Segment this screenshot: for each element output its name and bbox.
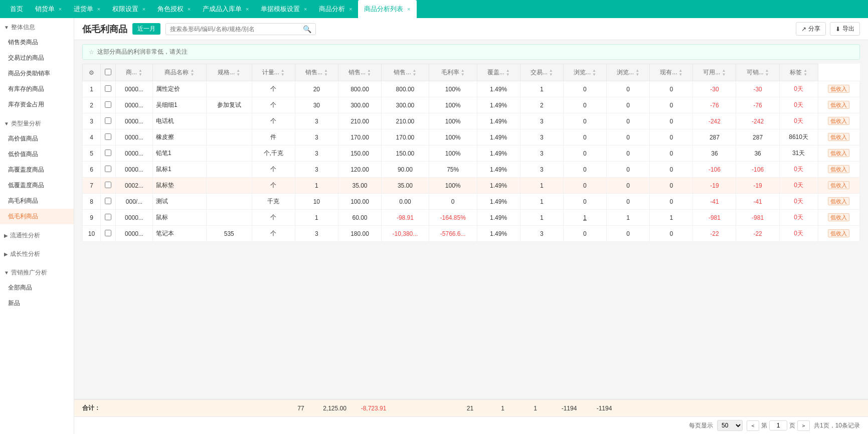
col-price[interactable]: 销售...▲▼ [338, 64, 381, 81]
cell-checkbox[interactable] [101, 226, 116, 242]
nav-item-home[interactable]: 首页 [4, 0, 29, 18]
cell-checkbox[interactable] [101, 210, 116, 226]
row-checkbox[interactable] [105, 117, 111, 124]
cell-checkbox[interactable] [101, 162, 116, 178]
sidebar-section-overall-title[interactable]: ▼ 整体信息 [0, 20, 74, 35]
next-page-button[interactable]: ＞ [797, 420, 810, 431]
col-sales[interactable]: 销售...▲▼ [382, 64, 429, 81]
cell-unit: 个 [252, 162, 295, 178]
cell-checkbox[interactable] [101, 194, 116, 210]
row-checkbox[interactable] [105, 166, 111, 172]
col-unit[interactable]: 计量...▲▼ [252, 64, 295, 81]
cell-sales: 150.00 [382, 146, 429, 162]
export-button[interactable]: ⬇ 导出 [830, 22, 860, 36]
close-icon[interactable]: × [59, 6, 62, 12]
col-margin[interactable]: 毛利率▲▼ [429, 64, 477, 81]
close-icon[interactable]: × [97, 6, 100, 12]
cell-trade[interactable]: 1 [563, 210, 606, 226]
cell-days: 0天 [779, 194, 818, 210]
sidebar-item-low-margin[interactable]: 低毛利商品 [0, 209, 74, 224]
cell-qty: 3 [295, 146, 338, 162]
col-tag[interactable]: 标签▲▼ [779, 64, 818, 81]
row-checkbox[interactable] [105, 85, 111, 92]
cell-trade: 0 [563, 162, 606, 178]
cell-checkbox[interactable] [101, 129, 116, 146]
close-icon[interactable]: × [407, 6, 410, 12]
share-button[interactable]: ↗ 分享 [796, 22, 826, 36]
cell-checkbox[interactable] [101, 178, 116, 194]
period-button[interactable]: 近一月 [132, 23, 160, 35]
nav-item-analysis[interactable]: 商品分析 × [313, 0, 358, 18]
search-input[interactable] [170, 26, 303, 33]
cell-checkbox[interactable] [101, 113, 116, 129]
col-spec[interactable]: 规格...▲▼ [206, 64, 252, 81]
col-trade[interactable]: 交易...▲▼ [520, 64, 563, 81]
cell-stock: 36 [693, 146, 736, 162]
close-icon[interactable]: × [188, 6, 191, 12]
col-checkbox[interactable] [101, 64, 116, 81]
nav-item-analysis-list[interactable]: 商品分析列表 × [358, 0, 416, 18]
cell-spec [206, 162, 252, 178]
total-info: 共1页，10条记录 [814, 421, 860, 430]
select-all-checkbox[interactable] [105, 69, 111, 75]
cell-qty: 3 [295, 162, 338, 178]
prev-page-button[interactable]: ＜ [747, 420, 759, 431]
nav-item-sales[interactable]: 销货单 × [29, 0, 68, 18]
col-browse1[interactable]: 浏览...▲▼ [563, 64, 606, 81]
sidebar-item-high-coverage[interactable]: 高覆盖度商品 [0, 162, 74, 178]
cell-checkbox[interactable] [101, 146, 116, 162]
nav-item-roles[interactable]: 角色授权 × [151, 0, 197, 18]
nav-item-templates[interactable]: 单据模板设置 × [255, 0, 313, 18]
sidebar-item-in-stock[interactable]: 有库存的商品 [0, 81, 74, 97]
sidebar-item-sales-goods[interactable]: 销售类商品 [0, 35, 74, 50]
cell-checkbox[interactable] [101, 97, 116, 113]
per-page-select[interactable]: 50 100 200 [717, 420, 743, 431]
row-checkbox[interactable] [105, 150, 111, 156]
cell-browse1: 0 [607, 129, 650, 146]
cell-avail: -19 [736, 178, 779, 194]
col-coverage[interactable]: 覆盖...▲▼ [477, 64, 520, 81]
sidebar-item-high-value[interactable]: 高价值商品 [0, 131, 74, 147]
nav-item-products[interactable]: 产成品入库单 × [197, 0, 255, 18]
sidebar-section-marketing-title[interactable]: ▼ 营销推广分析 [0, 265, 74, 280]
sidebar-item-new-goods[interactable]: 新品 [0, 296, 74, 311]
row-checkbox[interactable] [105, 198, 111, 204]
sidebar-section-growth-title[interactable]: ▶ 成长性分析 [0, 247, 74, 261]
col-settings[interactable]: ⚙ [83, 64, 101, 81]
page-input[interactable] [769, 420, 787, 430]
sidebar-item-low-coverage[interactable]: 低覆盖度商品 [0, 178, 74, 193]
col-stock[interactable]: 现有...▲▼ [650, 64, 693, 81]
nav-item-permissions[interactable]: 权限设置 × [106, 0, 151, 18]
sidebar-section-type-title[interactable]: ▼ 类型量分析 [0, 116, 74, 131]
notice-icon: ☆ [89, 49, 94, 56]
cell-checkbox[interactable] [101, 81, 116, 97]
col-browse2[interactable]: 浏览...▲▼ [607, 64, 650, 81]
cell-margin: 1.49% [477, 81, 520, 97]
sidebar-item-high-margin[interactable]: 高毛利商品 [0, 193, 74, 209]
row-checkbox[interactable] [105, 230, 111, 236]
sidebar-item-category-rate[interactable]: 商品分类助销率 [0, 66, 74, 81]
cell-days: 0天 [779, 226, 818, 242]
row-checkbox[interactable] [105, 133, 111, 140]
col-name[interactable]: 商品名称▲▼ [152, 64, 206, 81]
sidebar-item-traded-goods[interactable]: 交易过的商品 [0, 50, 74, 66]
cell-spec [206, 81, 252, 97]
cell-spec [206, 113, 252, 129]
col-days[interactable]: 可销...▲▼ [736, 64, 779, 81]
cell-qty: 30 [295, 97, 338, 113]
sidebar-item-low-value[interactable]: 低价值商品 [0, 147, 74, 162]
close-icon[interactable]: × [349, 6, 352, 12]
close-icon[interactable]: × [142, 6, 145, 12]
sidebar-item-all-goods[interactable]: 全部商品 [0, 280, 74, 296]
col-avail[interactable]: 可用...▲▼ [693, 64, 736, 81]
close-icon[interactable]: × [304, 6, 307, 12]
close-icon[interactable]: × [246, 6, 249, 12]
row-checkbox[interactable] [105, 214, 111, 220]
sidebar-item-stock-capital[interactable]: 库存资金占用 [0, 97, 74, 112]
col-qty[interactable]: 销售...▲▼ [295, 64, 338, 81]
sidebar-section-flow-title[interactable]: ▶ 流通性分析 [0, 228, 74, 243]
col-code[interactable]: 商...▲▼ [116, 64, 153, 81]
nav-item-purchase[interactable]: 进货单 × [68, 0, 106, 18]
row-checkbox[interactable] [105, 182, 111, 188]
row-checkbox[interactable] [105, 101, 111, 108]
